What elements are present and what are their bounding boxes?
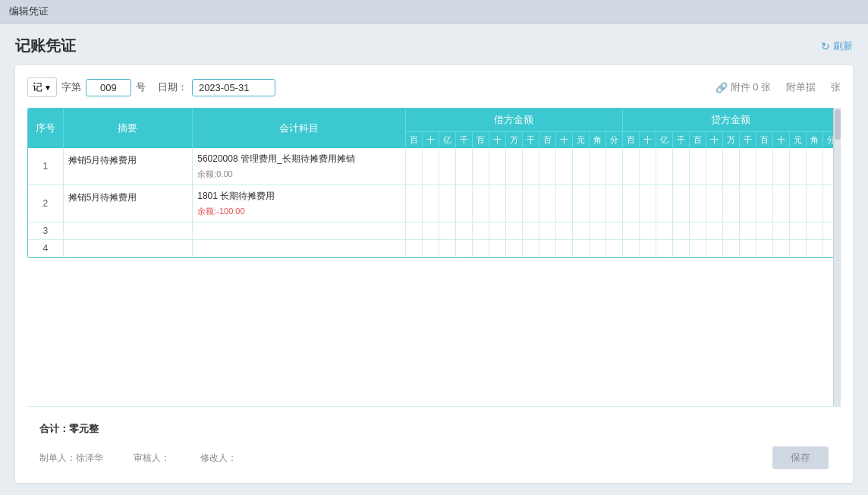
debit-digit-cell[interactable] [489, 185, 505, 222]
refresh-button[interactable]: ↻ 刷新 [821, 39, 853, 53]
credit-digit-cell[interactable] [722, 148, 739, 185]
credit-digit-cell[interactable] [639, 185, 656, 222]
credit-digit-cell[interactable] [756, 148, 772, 185]
debit-digit-cell[interactable] [505, 222, 522, 240]
table-row[interactable]: 4 [28, 240, 840, 257]
debit-digit-cell[interactable] [605, 222, 622, 240]
credit-digit-cell[interactable] [806, 222, 822, 240]
cell-summary[interactable]: 摊销5月待摊费用 [63, 148, 193, 185]
cell-account[interactable] [193, 222, 406, 240]
debit-digit-cell[interactable] [589, 240, 605, 257]
cell-summary[interactable] [63, 222, 193, 240]
debit-digit-cell[interactable] [572, 185, 589, 222]
debit-digit-cell[interactable] [539, 148, 555, 185]
debit-digit-cell[interactable] [489, 222, 505, 240]
credit-digit-cell[interactable] [806, 185, 822, 222]
debit-digit-cell[interactable] [539, 222, 555, 240]
save-button[interactable]: 保存 [772, 446, 829, 469]
debit-digit-cell[interactable] [605, 240, 622, 257]
debit-digit-cell[interactable] [605, 148, 622, 185]
debit-digit-cell[interactable] [455, 148, 472, 185]
cell-account[interactable]: 1801 长期待摊费用余额:-100.00 [193, 185, 406, 222]
credit-digit-cell[interactable] [639, 148, 656, 185]
scrollbar[interactable] [833, 108, 841, 406]
debit-digit-cell[interactable] [522, 240, 539, 257]
credit-digit-cell[interactable] [672, 185, 689, 222]
debit-digit-cell[interactable] [472, 148, 489, 185]
debit-digit-cell[interactable] [405, 185, 422, 222]
debit-digit-cell[interactable] [439, 185, 455, 222]
debit-digit-cell[interactable] [539, 185, 555, 222]
table-row[interactable]: 3 [28, 222, 840, 240]
credit-digit-cell[interactable] [772, 222, 789, 240]
debit-digit-cell[interactable] [422, 240, 439, 257]
cell-account[interactable] [193, 240, 406, 257]
credit-digit-cell[interactable] [806, 240, 822, 257]
credit-digit-cell[interactable] [772, 185, 789, 222]
credit-digit-cell[interactable] [739, 222, 756, 240]
table-row[interactable]: 1摊销5月待摊费用56020008 管理费用_长期待摊费用摊销余额:0.00 [28, 148, 840, 185]
credit-digit-cell[interactable] [756, 222, 772, 240]
credit-digit-cell[interactable] [689, 240, 706, 257]
credit-digit-cell[interactable] [706, 240, 722, 257]
debit-digit-cell[interactable] [505, 148, 522, 185]
debit-digit-cell[interactable] [572, 148, 589, 185]
credit-digit-cell[interactable] [656, 148, 672, 185]
debit-digit-cell[interactable] [589, 148, 605, 185]
debit-digit-cell[interactable] [505, 240, 522, 257]
credit-digit-cell[interactable] [706, 148, 722, 185]
credit-digit-cell[interactable] [756, 185, 772, 222]
debit-digit-cell[interactable] [422, 222, 439, 240]
debit-digit-cell[interactable] [422, 148, 439, 185]
debit-digit-cell[interactable] [539, 240, 555, 257]
cell-summary[interactable] [63, 240, 193, 257]
debit-digit-cell[interactable] [522, 148, 539, 185]
voucher-number-input[interactable] [86, 79, 131, 96]
debit-digit-cell[interactable] [489, 240, 505, 257]
attachment-link[interactable]: 🔗 附件 0 张 [715, 80, 771, 94]
credit-digit-cell[interactable] [806, 148, 822, 185]
date-input[interactable] [192, 79, 275, 96]
debit-digit-cell[interactable] [439, 240, 455, 257]
debit-digit-cell[interactable] [405, 240, 422, 257]
credit-digit-cell[interactable] [672, 240, 689, 257]
credit-digit-cell[interactable] [756, 240, 772, 257]
cell-account[interactable]: 56020008 管理费用_长期待摊费用摊销余额:0.00 [193, 148, 406, 185]
debit-digit-cell[interactable] [522, 222, 539, 240]
table-row[interactable]: 2摊销5月待摊费用1801 长期待摊费用余额:-100.00 [28, 185, 840, 222]
credit-digit-cell[interactable] [739, 240, 756, 257]
debit-digit-cell[interactable] [572, 222, 589, 240]
credit-digit-cell[interactable] [706, 222, 722, 240]
scrollbar-thumb[interactable] [835, 109, 841, 140]
credit-digit-cell[interactable] [789, 222, 806, 240]
debit-digit-cell[interactable] [405, 222, 422, 240]
credit-digit-cell[interactable] [656, 240, 672, 257]
debit-digit-cell[interactable] [489, 148, 505, 185]
debit-digit-cell[interactable] [555, 148, 572, 185]
credit-digit-cell[interactable] [789, 148, 806, 185]
credit-digit-cell[interactable] [656, 185, 672, 222]
debit-digit-cell[interactable] [405, 148, 422, 185]
credit-digit-cell[interactable] [772, 148, 789, 185]
debit-digit-cell[interactable] [472, 240, 489, 257]
credit-digit-cell[interactable] [639, 240, 656, 257]
debit-digit-cell[interactable] [455, 185, 472, 222]
debit-digit-cell[interactable] [605, 185, 622, 222]
credit-digit-cell[interactable] [622, 240, 639, 257]
credit-digit-cell[interactable] [672, 148, 689, 185]
credit-digit-cell[interactable] [689, 185, 706, 222]
debit-digit-cell[interactable] [589, 185, 605, 222]
credit-digit-cell[interactable] [789, 185, 806, 222]
prefix-select[interactable]: 记 ▼ [27, 77, 57, 97]
attach-slip-link[interactable]: 附单据 [786, 80, 816, 94]
credit-digit-cell[interactable] [722, 222, 739, 240]
credit-digit-cell[interactable] [689, 222, 706, 240]
debit-digit-cell[interactable] [472, 185, 489, 222]
debit-digit-cell[interactable] [439, 148, 455, 185]
credit-digit-cell[interactable] [622, 222, 639, 240]
credit-digit-cell[interactable] [722, 185, 739, 222]
debit-digit-cell[interactable] [555, 240, 572, 257]
credit-digit-cell[interactable] [622, 148, 639, 185]
credit-digit-cell[interactable] [722, 240, 739, 257]
debit-digit-cell[interactable] [439, 222, 455, 240]
